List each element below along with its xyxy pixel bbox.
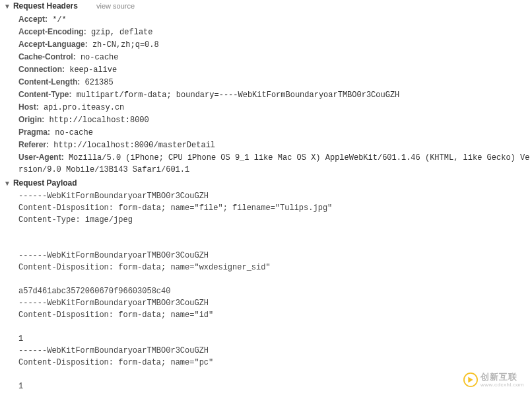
header-key: Content-Length:	[18, 77, 80, 87]
header-value: api.pro.iteasy.cn	[44, 103, 124, 112]
header-value: no-cache	[55, 128, 93, 137]
section-title: Request Headers	[13, 1, 78, 11]
header-row: Connection: keep-alive	[18, 63, 532, 76]
section-title: Request Payload	[13, 178, 77, 188]
header-key: Accept-Encoding:	[18, 27, 86, 36]
header-value: gzip, deflate	[91, 28, 153, 37]
header-value: http://localhost:8000/masterDetail	[53, 141, 215, 150]
header-key: Cache-Control:	[18, 52, 76, 61]
header-value: 621385	[85, 78, 114, 87]
header-row: Content-Length: 621385	[18, 76, 532, 89]
header-value: no-cache	[81, 53, 119, 62]
collapse-arrow-icon: ▼	[4, 180, 11, 187]
header-value: zh-CN,zh;q=0.8	[92, 40, 159, 50]
header-row: Accept-Encoding: gzip, deflate	[18, 26, 532, 38]
header-row: Content-Type: multipart/form-data; bound…	[18, 89, 532, 101]
header-key: User-Agent:	[18, 153, 64, 162]
header-key: Pragma:	[18, 127, 50, 137]
header-key: Connection:	[18, 65, 65, 74]
request-headers-section-header[interactable]: ▼ Request Headers view source	[0, 0, 532, 12]
header-value: keep-alive	[69, 65, 117, 75]
request-payload-body: ------WebKitFormBoundaryoarTMBO0r3CouGZH…	[0, 189, 532, 393]
header-row: Accept-Language: zh-CN,zh;q=0.8	[18, 38, 532, 51]
header-value: http://localhost:8000	[50, 116, 149, 125]
request-headers-list: Accept: */* Accept-Encoding: gzip, defla…	[0, 12, 532, 177]
header-key: Accept:	[18, 15, 48, 24]
header-row: Cache-Control: no-cache	[18, 51, 532, 63]
header-key: Origin:	[18, 115, 44, 124]
header-value: Mozilla/5.0 (iPhone; CPU iPhone OS 9_1 l…	[18, 153, 529, 174]
header-row: Pragma: no-cache	[18, 126, 532, 139]
header-row: Accept: */*	[18, 13, 532, 26]
header-value: multipart/form-data; boundary=----WebKit…	[77, 90, 400, 100]
header-row: Host: api.pro.iteasy.cn	[18, 101, 532, 114]
header-key: Host:	[18, 102, 39, 112]
view-source-link[interactable]: view source	[96, 2, 135, 10]
request-payload-section-header[interactable]: ▼ Request Payload	[0, 177, 532, 189]
header-key: Content-Type:	[18, 90, 71, 99]
header-key: Referer:	[18, 140, 49, 149]
header-key: Accept-Language:	[18, 40, 88, 49]
header-row: Origin: http://localhost:8000	[18, 114, 532, 126]
header-value: */*	[52, 15, 67, 24]
collapse-arrow-icon: ▼	[4, 3, 11, 10]
header-row: Referer: http://localhost:8000/masterDet…	[18, 139, 532, 151]
header-row: User-Agent: Mozilla/5.0 (iPhone; CPU iPh…	[18, 151, 532, 176]
